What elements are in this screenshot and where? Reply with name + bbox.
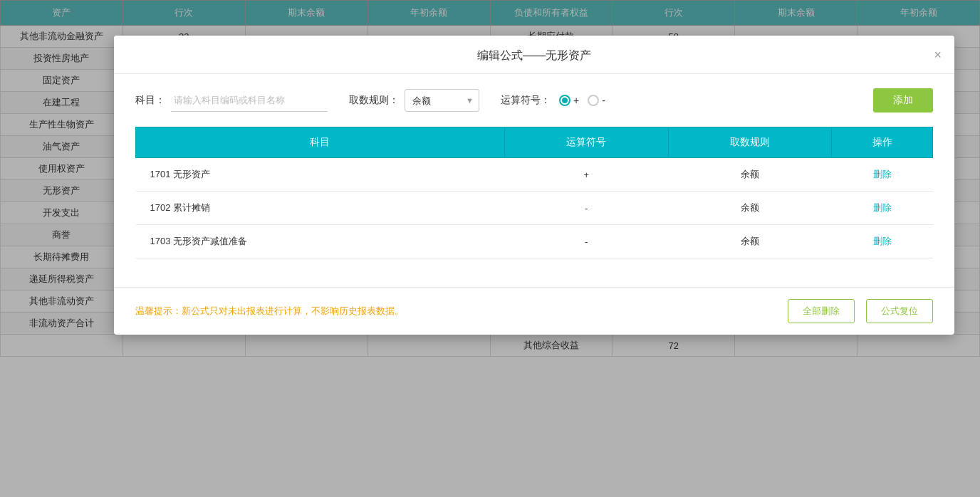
row-rule: 余额 (668, 158, 832, 192)
row-action: 删除 (832, 158, 933, 192)
radio-minus-label: - (602, 95, 605, 106)
row-subject: 1703 无形资产减值准备 (136, 225, 505, 258)
modal-dialog: 编辑公式——无形资产 × 科目： 取数规则： 余额 借方 贷方 借方发生额 贷方… (114, 36, 954, 335)
rule-select-wrapper: 余额 借方 贷方 借方发生额 贷方发生额 ▼ (405, 89, 479, 112)
th-subject: 科目 (136, 127, 505, 158)
form-row: 科目： 取数规则： 余额 借方 贷方 借方发生额 贷方发生额 ▼ 运算 (135, 88, 933, 113)
subject-section: 科目： (135, 89, 328, 112)
row-subject: 1701 无形资产 (136, 158, 505, 192)
modal-body: 科目： 取数规则： 余额 借方 贷方 借方发生额 贷方发生额 ▼ 运算 (114, 74, 954, 287)
tip-text: 温馨提示：新公式只对未出报表进行计算，不影响历史报表数据。 (135, 305, 404, 318)
footer-buttons: 全部删除 公式复位 (788, 299, 933, 323)
operator-section: 运算符号： + - (501, 94, 605, 107)
close-button[interactable]: × (934, 48, 942, 61)
rule-label: 取数规则： (349, 94, 399, 107)
reset-button[interactable]: 公式复位 (866, 299, 933, 323)
subject-label: 科目： (135, 94, 165, 107)
row-rule: 余额 (668, 225, 832, 258)
radio-plus-circle (559, 95, 570, 106)
subject-input[interactable] (171, 89, 328, 112)
rule-section: 取数规则： 余额 借方 贷方 借方发生额 贷方发生额 ▼ (349, 89, 479, 112)
rule-select[interactable]: 余额 借方 贷方 借方发生额 贷方发生额 (405, 89, 479, 112)
table-row: 1701 无形资产+余额删除 (136, 158, 933, 192)
delete-link[interactable]: 删除 (873, 236, 892, 246)
row-operator: - (504, 225, 668, 258)
radio-plus-label: + (573, 95, 579, 106)
modal-footer: 温馨提示：新公式只对未出报表进行计算，不影响历史报表数据。 全部删除 公式复位 (114, 287, 954, 335)
row-action: 删除 (832, 225, 933, 258)
radio-minus-circle (588, 95, 599, 106)
row-operator: - (504, 192, 668, 225)
table-row: 1702 累计摊销-余额删除 (136, 192, 933, 225)
row-action: 删除 (832, 192, 933, 225)
th-operator: 运算符号 (504, 127, 668, 158)
modal-header: 编辑公式——无形资产 × (114, 36, 954, 74)
add-button[interactable]: 添加 (873, 88, 933, 113)
row-subject: 1702 累计摊销 (136, 192, 505, 225)
radio-plus[interactable]: + (559, 95, 579, 106)
row-rule: 余额 (668, 192, 832, 225)
delete-link[interactable]: 删除 (873, 169, 892, 179)
formula-table: 科目 运算符号 取数规则 操作 1701 无形资产+余额删除1702 累计摊销-… (135, 127, 933, 258)
operator-radio-group: + - (559, 95, 605, 106)
th-rule: 取数规则 (668, 127, 832, 158)
operator-label: 运算符号： (501, 94, 551, 107)
row-operator: + (504, 158, 668, 192)
table-row: 1703 无形资产减值准备-余额删除 (136, 225, 933, 258)
delete-link[interactable]: 删除 (873, 202, 892, 213)
th-action: 操作 (832, 127, 933, 158)
radio-minus[interactable]: - (588, 95, 605, 106)
delete-all-button[interactable]: 全部删除 (788, 299, 855, 323)
modal-title: 编辑公式——无形资产 (477, 48, 591, 63)
